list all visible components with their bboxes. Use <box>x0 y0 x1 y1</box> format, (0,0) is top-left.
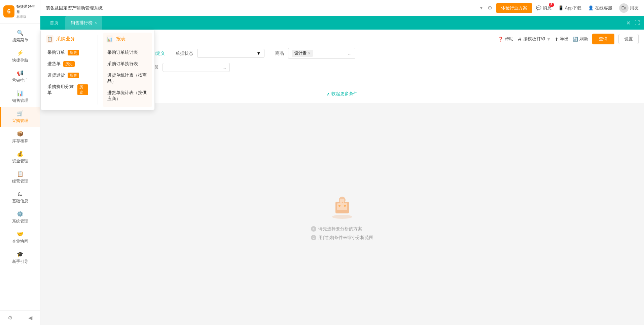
sidebar-item-sales[interactable]: 📊 销售管理 <box>0 87 40 107</box>
purchase-col-icon: 📋 <box>46 35 53 43</box>
sidebar-item-guide[interactable]: 🎓 新手引导 <box>0 248 40 268</box>
marketing-icon: 📢 <box>17 70 24 76</box>
tab-close-icon[interactable]: × <box>95 21 97 25</box>
sidebar-item-system[interactable]: ⚙️ 系统管理 <box>0 207 40 228</box>
app-download-label: App下载 <box>565 5 581 11</box>
sidebar-item-purchase[interactable]: 🛒 采购管理 <box>0 107 40 127</box>
refresh-btn[interactable]: 🔄 刷新 <box>573 36 588 42</box>
goods-tag-close[interactable]: × <box>308 51 310 56</box>
cost-label: 采购费用分摊单 <box>47 84 75 96</box>
sidebar-item-inventory-label: 库存核算 <box>12 138 28 144</box>
basic-info-icon: 🗂 <box>17 191 23 197</box>
sidebar-item-enterprise[interactable]: 🤝 企业协同 <box>0 228 40 248</box>
tab-home[interactable]: 首页 <box>44 16 64 30</box>
help-icon: ❓ <box>498 37 503 42</box>
purchase-order-history: 历史 <box>68 50 79 55</box>
dropdown-item-order-stat[interactable]: 采购订单统计表 <box>106 47 149 58</box>
logo-icon: 6 <box>3 5 14 17</box>
sidebar-item-inventory[interactable]: 📦 库存核算 <box>0 127 40 147</box>
industry-btn[interactable]: 体验行业方案 <box>496 3 532 13</box>
goods-more[interactable]: ... <box>348 51 352 56</box>
dropdown-col-purchase-title: 📋 采购业务 <box>46 35 90 43</box>
print-dropdown-icon: ▼ <box>546 37 551 42</box>
empty-illustration <box>325 188 359 222</box>
svg-point-0 <box>332 215 352 219</box>
messages-btn[interactable]: 💬 消息 5 <box>536 5 551 11</box>
purchase-order-label: 采购订单 <box>47 49 65 55</box>
dropdown-item-return[interactable]: 进货退货 历史 <box>46 70 90 81</box>
purchase-dropdown-menu: 📋 采购业务 采购订单 历史 进货单 历史 进货退货 历史 采购费用分摊单 <box>40 30 155 110</box>
svg-point-7 <box>344 205 346 207</box>
sidebar-logo: 6 畅捷通好生意 标准版 <box>0 0 40 24</box>
service-icon: 👤 <box>588 5 594 10</box>
top-header: 装备及固定资产辅助管理系统 ▼ ⚙ 体验行业方案 💬 消息 5 📱 App下载 … <box>40 0 644 16</box>
tip-num-1: ① <box>311 226 316 232</box>
header-dropdown-arrow[interactable]: ▼ <box>479 5 484 10</box>
dropdown-divider <box>98 35 98 105</box>
system-icon: ⚙️ <box>17 211 24 217</box>
query-btn[interactable]: 查询 <box>592 34 614 44</box>
salesperson-select[interactable]: ... <box>163 63 230 72</box>
sidebar-item-search[interactable]: 🔍 搜索菜单 <box>0 26 40 46</box>
order-stat-label: 采购订单统计表 <box>107 49 138 55</box>
user-label: 用友 <box>630 5 639 11</box>
quick-nav-icon: ⚡ <box>17 50 24 56</box>
sidebar-item-quick-nav[interactable]: ⚡ 快捷导航 <box>0 46 40 67</box>
dropdown-item-order-exec[interactable]: 采购订单执行表 <box>106 58 149 70</box>
tip-num-2: ② <box>311 235 316 240</box>
sidebar-item-marketing-label: 营销推广 <box>12 78 28 83</box>
dropdown-item-incoming-stat-supplier[interactable]: 进货单统计表（按供应商） <box>106 87 149 105</box>
svg-point-6 <box>338 205 341 207</box>
print-btn[interactable]: 🖨 按模板打印 ▼ <box>517 36 551 42</box>
dropdown-item-incoming[interactable]: 进货单 历史 <box>46 58 90 70</box>
refresh-icon: 🔄 <box>573 37 578 42</box>
logo-text-block: 畅捷通好生意 标准版 <box>16 4 37 19</box>
sales-icon: 📊 <box>17 90 24 96</box>
export-label: 导出 <box>560 36 569 42</box>
app-download-btn[interactable]: 📱 App下载 <box>558 5 581 11</box>
online-service-btn[interactable]: 👤 在线客服 <box>588 5 612 11</box>
incoming-stat-goods-label: 进货单统计表（按商品） <box>107 72 148 84</box>
operations-icon: 📋 <box>17 171 24 177</box>
sidebar-item-enterprise-label: 企业协同 <box>12 239 28 244</box>
goods-select[interactable]: 设计素 × ... <box>288 48 355 59</box>
tab-sales-rank[interactable]: 销售排行榜 × <box>65 16 102 30</box>
help-btn[interactable]: ❓ 帮助 <box>498 36 513 42</box>
dropdown-item-purchase-order[interactable]: 采购订单 历史 <box>46 47 90 58</box>
dropdown-col-report: 📊 报表 采购订单统计表 采购订单执行表 进货单统计表（按商品） 进货单统计表（… <box>103 33 152 107</box>
guide-icon: 🎓 <box>17 251 24 257</box>
sidebar-item-operations[interactable]: 📋 经营管理 <box>0 167 40 188</box>
tab-sales-rank-label: 销售排行榜 <box>71 20 93 26</box>
settings-btn[interactable]: 设置 <box>618 34 639 44</box>
sidebar-collapse-icon[interactable]: ◀ <box>28 315 32 321</box>
sidebar-item-marketing[interactable]: 📢 营销推广 <box>0 67 40 87</box>
sidebar-item-basic-info[interactable]: 🗂 基础信息 <box>0 188 40 207</box>
dropdown-item-incoming-stat-goods[interactable]: 进货单统计表（按商品） <box>106 70 149 87</box>
status-dropdown-icon: ▼ <box>256 51 261 56</box>
incoming-label: 进货单 <box>47 61 61 67</box>
return-history: 历史 <box>68 73 79 78</box>
finance-icon: 💰 <box>17 151 24 157</box>
settings-icon[interactable]: ⚙ <box>488 5 492 11</box>
logo-name: 畅捷通好生意 <box>16 4 37 14</box>
tab-bar-close-icon[interactable]: ✕ <box>626 20 631 26</box>
sidebar-menu: 🔍 搜索菜单 ⚡ 快捷导航 📢 营销推广 📊 销售管理 🛒 采购管理 📦 库存核… <box>0 24 40 310</box>
sidebar-item-finance-label: 资金管理 <box>12 158 28 164</box>
sidebar-item-purchase-label: 采购管理 <box>12 118 28 124</box>
status-select[interactable]: ▼ <box>197 49 264 58</box>
sidebar-item-guide-label: 新手引导 <box>12 259 28 265</box>
tab-bar: 首页 销售排行榜 × ✕ ⛶ <box>40 16 644 30</box>
user-menu[interactable]: Ea 用友 <box>619 3 639 13</box>
sidebar-settings-icon[interactable]: ⚙ <box>8 315 12 321</box>
tab-home-label: 首页 <box>50 20 59 26</box>
help-label: 帮助 <box>505 36 513 42</box>
salesperson-more[interactable]: ... <box>222 65 226 70</box>
dropdown-item-cost[interactable]: 采购费用分摊单 历史 <box>46 81 90 98</box>
sidebar-item-finance[interactable]: 💰 资金管理 <box>0 147 40 167</box>
tab-expand-icon[interactable]: ⛶ <box>635 20 640 26</box>
export-btn[interactable]: ⬆ 导出 <box>555 36 569 42</box>
incoming-stat-supplier-label: 进货单统计表（按供应商） <box>107 90 148 102</box>
purchase-icon: 🛒 <box>17 110 24 117</box>
dropdown-col-report-title: 📊 报表 <box>106 35 149 43</box>
goods-label: 商品 <box>275 50 284 56</box>
